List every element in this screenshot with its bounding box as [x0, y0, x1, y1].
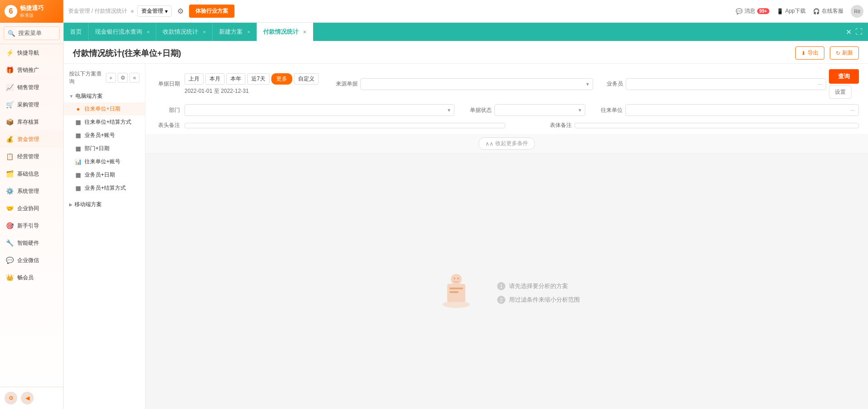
topbar: 资金管理 / 付款情况统计 资金管理 ▾ ⚙ 体验行业方案 💬 消息 99+ 📱…: [64, 0, 868, 23]
sidebar-item-label: 资金管理: [17, 136, 39, 143]
app-download-button[interactable]: 📱 App下载: [777, 7, 806, 15]
scheme-grid-icon: ▦: [75, 172, 82, 179]
sidebar-item-basic-info[interactable]: 🗂️ 基础信息: [0, 165, 63, 182]
collapse-panel-button[interactable]: «: [130, 73, 140, 83]
export-button[interactable]: ⬇ 导出: [795, 46, 824, 60]
breadcrumb-dropdown[interactable]: 资金管理 ▾: [137, 5, 172, 17]
tab-home[interactable]: 首页: [64, 23, 89, 41]
online-service-button[interactable]: 🎧 在线客服: [813, 7, 843, 15]
scheme-staff-date[interactable]: ▦ 业务员+日期: [64, 168, 145, 182]
dept-input[interactable]: ▾: [185, 104, 454, 116]
tab-receipt-close[interactable]: ×: [203, 29, 205, 35]
sidebar-item-member[interactable]: 👑 畅会员: [0, 269, 63, 286]
partner-input[interactable]: ···: [625, 104, 859, 116]
scheme-label: 往来单位+账号: [85, 158, 120, 166]
date-range-display: 2022-01-01 至 2022-12-31: [185, 87, 319, 95]
user-avatar[interactable]: Rit: [851, 5, 863, 18]
scheme-staff-settle[interactable]: ▦ 业务员+结算方式: [64, 182, 145, 195]
collapse-sidebar-button[interactable]: ◀: [21, 392, 34, 404]
tab-new-scheme-label: 新建方案: [219, 28, 243, 36]
settings-button[interactable]: 设置: [829, 86, 852, 99]
desktop-section-header[interactable]: ▼ 电脑端方案: [64, 90, 145, 102]
date-custom-btn[interactable]: 自定义: [294, 73, 319, 85]
close-all-tabs-button[interactable]: ✕: [846, 28, 852, 36]
tab-payment-close[interactable]: ×: [303, 29, 306, 35]
sidebar-item-purchase[interactable]: 🛒 采购管理: [0, 96, 63, 113]
app-subtitle: 标准版: [20, 12, 44, 19]
sidebar-item-finance[interactable]: 💰 资金管理: [0, 131, 63, 148]
date-this-month-btn[interactable]: 本月: [205, 73, 224, 85]
collapse-conditions-button[interactable]: ∧∧ 收起更多条件: [479, 137, 535, 150]
sidebar-item-sales[interactable]: 📈 销售管理: [0, 79, 63, 96]
tab-bank-close[interactable]: ×: [147, 29, 150, 35]
sidebar-item-inventory[interactable]: 📦 库存核算: [0, 113, 63, 131]
settings-footer-button[interactable]: ⚙: [5, 392, 17, 404]
tab-receipt[interactable]: 收款情况统计 ×: [156, 23, 212, 41]
empty-step-1-text: 请先选择要分析的方案: [509, 282, 568, 290]
sales-icon: 📈: [5, 83, 14, 91]
scheme-dept-date[interactable]: ▦ 部门+日期: [64, 142, 145, 155]
left-scheme-panel: 按以下方案查询 ＋ ⚙ « ▼ 电脑端方案 ● 往来单位+日期: [64, 64, 145, 409]
svg-point-4: [451, 274, 462, 285]
tab-bank[interactable]: 现金银行流水查询 ×: [89, 23, 156, 41]
empty-step-2-text: 用过滤条件来缩小分析范围: [509, 296, 580, 304]
date-more-btn[interactable]: 更多: [271, 73, 292, 85]
scheme-grid-icon: ▦: [75, 185, 82, 192]
sidebar-item-wechat[interactable]: 💬 企业微信: [0, 252, 63, 269]
try-industry-button[interactable]: 体验行业方案: [189, 5, 234, 18]
guide-icon: 🎯: [5, 222, 14, 230]
sidebar-item-operations[interactable]: 📋 经营管理: [0, 148, 63, 165]
source-input[interactable]: ▾: [360, 78, 594, 90]
search-menu-button[interactable]: 🔍 搜索菜单: [4, 26, 60, 40]
header-note-input[interactable]: [185, 123, 505, 128]
content-inner: 按以下方案查询 ＋ ⚙ « ▼ 电脑端方案 ● 往来单位+日期: [64, 64, 868, 409]
messages-button[interactable]: 💬 消息 99+: [736, 7, 769, 15]
sidebar-item-marketing[interactable]: 🎁 营销推广: [0, 61, 63, 79]
scheme-label: 往来单位+结算方式: [85, 118, 131, 126]
left-panel-header: 按以下方案查询 ＋ ⚙ «: [64, 67, 145, 88]
body-note-input[interactable]: [574, 123, 859, 128]
scheme-partner-date[interactable]: ● 往来单位+日期: [64, 102, 145, 116]
chevron-down-icon: ▾: [586, 81, 589, 87]
sidebar-item-label: 经营管理: [17, 153, 39, 161]
sidebar-item-quick-nav[interactable]: ⚡ 快捷导航: [0, 44, 63, 61]
edit-scheme-button[interactable]: ⚙: [118, 73, 128, 83]
sidebar-item-guide[interactable]: 🎯 新手引导: [0, 217, 63, 234]
add-scheme-button[interactable]: ＋: [106, 73, 116, 83]
svg-rect-2: [449, 288, 463, 289]
search-icon: 🔍: [8, 30, 15, 37]
doc-status-input[interactable]: ▾: [494, 104, 585, 116]
sidebar-item-label: 快捷导航: [17, 49, 39, 57]
purchase-icon: 🛒: [5, 101, 14, 109]
sidebar-item-enterprise[interactable]: 🤝 企业协同: [0, 200, 63, 217]
sidebar-item-label: 企业协同: [17, 205, 39, 212]
scheme-partner-account[interactable]: 📊 往来单位+账号: [64, 155, 145, 168]
doc-status-filter-label: 单据状态: [466, 106, 492, 114]
sidebar-item-label: 采购管理: [17, 101, 39, 109]
date-last-month-btn[interactable]: 上月: [185, 73, 204, 85]
scheme-label: 业务员+结算方式: [85, 184, 126, 192]
desktop-scheme-section: ▼ 电脑端方案 ● 往来单位+日期 ▦ 往来单位+结算方式 ▦ 业务员+账号: [64, 88, 145, 197]
refresh-button[interactable]: ↻ 刷新: [830, 46, 859, 60]
scheme-staff-account[interactable]: ▦ 业务员+账号: [64, 129, 145, 142]
tab-new-scheme-close[interactable]: ×: [247, 29, 250, 35]
operations-icon: 📋: [5, 152, 14, 161]
sidebar-item-label: 销售管理: [17, 84, 39, 91]
tab-payment-label: 付款情况统计: [263, 28, 299, 36]
tab-new-scheme[interactable]: 新建方案 ×: [213, 23, 257, 41]
query-button[interactable]: 查询: [829, 69, 859, 84]
sidebar-item-system[interactable]: ⚙️ 系统管理: [0, 182, 63, 200]
sidebar-item-label: 新手引导: [17, 222, 39, 230]
sidebar-item-hardware[interactable]: 🔧 智能硬件: [0, 234, 63, 252]
tab-payment[interactable]: 付款情况统计 ×: [257, 23, 313, 41]
date-last-7days-btn[interactable]: 近7天: [247, 73, 269, 85]
fullscreen-button[interactable]: ⛶: [855, 28, 863, 36]
partner-filter-label: 往来单位: [597, 106, 623, 114]
scheme-partner-settle[interactable]: ▦ 往来单位+结算方式: [64, 116, 145, 129]
empty-state-icon: [434, 270, 479, 316]
date-this-year-btn[interactable]: 本年: [226, 73, 245, 85]
mobile-section-header[interactable]: ▶ 移动端方案: [64, 198, 145, 211]
settings-gear-button[interactable]: ⚙: [175, 5, 185, 17]
staff-input[interactable]: ···: [626, 78, 826, 90]
sidebar-item-label: 基础信息: [17, 170, 39, 178]
